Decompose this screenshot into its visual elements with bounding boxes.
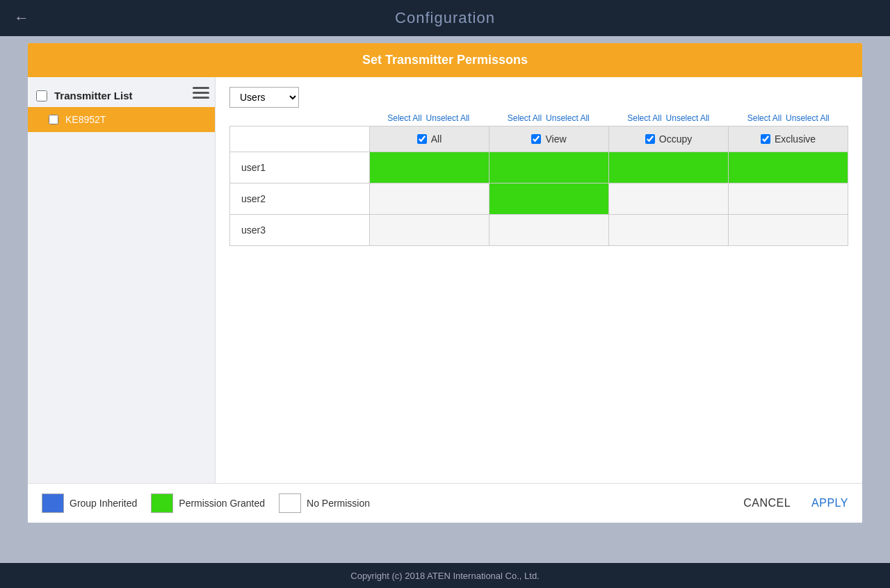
perm-cell-user1-view[interactable] bbox=[489, 152, 608, 183]
col-exclusive-label: Exclusive bbox=[775, 133, 816, 145]
table-row: user3 bbox=[230, 214, 848, 245]
col-occupy-select-group: Select All Unselect All bbox=[608, 113, 729, 123]
footer-buttons: CANCEL APPLY bbox=[743, 497, 848, 509]
dialog-footer: Group Inherited Permission Granted No Pe… bbox=[28, 483, 862, 523]
username-cell-user2: user2 bbox=[230, 183, 369, 214]
perm-cell-user1-occupy[interactable] bbox=[608, 152, 728, 183]
col-view-label: View bbox=[545, 133, 566, 145]
col-occupy-checkbox[interactable] bbox=[645, 134, 655, 144]
legend-label-no-permission: No Permission bbox=[307, 498, 370, 509]
legend-group-inherited: Group Inherited bbox=[42, 493, 137, 513]
apply-button[interactable]: APPLY bbox=[811, 497, 848, 509]
table-row: user2 bbox=[230, 183, 848, 214]
copyright-text: Copyright (c) 2018 ATEN International Co… bbox=[350, 571, 539, 581]
back-button[interactable]: ← bbox=[14, 9, 29, 27]
col-all-select-all[interactable]: Select All bbox=[387, 113, 421, 123]
controls-row: Users Groups bbox=[229, 87, 848, 108]
page-title: Configuration bbox=[395, 9, 495, 27]
col-occupy-label: Occupy bbox=[659, 133, 692, 145]
legend-label-permission-granted: Permission Granted bbox=[179, 498, 265, 509]
col-exclusive-select-group: Select All Unselect All bbox=[729, 113, 849, 123]
main-area: Set Transmitter Permissons Transmitter L… bbox=[0, 36, 890, 563]
legend-label-group-inherited: Group Inherited bbox=[70, 498, 137, 509]
perm-cell-user2-view[interactable] bbox=[489, 183, 608, 214]
perm-col-header-all: All bbox=[369, 126, 489, 152]
col-occupy-select-all[interactable]: Select All bbox=[627, 113, 661, 123]
dialog-panel: Set Transmitter Permissons Transmitter L… bbox=[28, 43, 862, 523]
sidebar-item-ke8952t[interactable]: KE8952T bbox=[28, 107, 215, 132]
col-occupy-unselect-all[interactable]: Unselect All bbox=[666, 113, 710, 123]
page-footer: Copyright (c) 2018 ATEN International Co… bbox=[0, 563, 890, 588]
legend-no-permission: No Permission bbox=[279, 493, 370, 513]
col-view-select-all[interactable]: Select All bbox=[508, 113, 542, 123]
perm-cell-user3-exclusive[interactable] bbox=[728, 215, 848, 245]
legend-swatch-empty bbox=[279, 493, 301, 513]
sidebar: Transmitter List KE8952T bbox=[28, 77, 216, 483]
perm-header-row: All View Occupy Exclusive bbox=[230, 126, 848, 152]
col-view-checkbox[interactable] bbox=[531, 134, 541, 144]
dialog-header: Set Transmitter Permissons bbox=[28, 43, 862, 77]
sidebar-item-label: KE8952T bbox=[65, 114, 106, 125]
dialog-title: Set Transmitter Permissons bbox=[362, 53, 528, 67]
legend-swatch-blue bbox=[42, 493, 64, 513]
transmitter-list-label: Transmitter List bbox=[54, 90, 133, 101]
perm-cell-user2-exclusive[interactable] bbox=[728, 183, 848, 214]
perm-cell-user2-all[interactable] bbox=[369, 183, 489, 214]
col-all-select-group: Select All Unselect All bbox=[369, 113, 489, 123]
col-all-unselect-all[interactable]: Unselect All bbox=[426, 113, 470, 123]
perm-cell-user2-occupy[interactable] bbox=[608, 183, 728, 214]
select-unselect-row: Select All Unselect All Select All Unsel… bbox=[369, 113, 848, 123]
col-exclusive-unselect-all[interactable]: Unselect All bbox=[786, 113, 830, 123]
perm-col-header-exclusive: Exclusive bbox=[728, 126, 848, 152]
content-panel: Users Groups Select All Unselect All Sel… bbox=[216, 77, 862, 483]
perm-cell-user3-all[interactable] bbox=[369, 215, 489, 245]
col-all-label: All bbox=[431, 133, 442, 145]
user-group-dropdown[interactable]: Users Groups bbox=[229, 87, 299, 108]
dialog-body: Transmitter List KE8952T U bbox=[28, 77, 862, 483]
transmitter-list-select-all-checkbox[interactable] bbox=[36, 90, 47, 101]
cancel-button[interactable]: CANCEL bbox=[743, 497, 791, 509]
permission-grid: All View Occupy Exclusive bbox=[229, 126, 848, 246]
sidebar-item-checkbox[interactable] bbox=[49, 115, 58, 124]
perm-cell-user1-exclusive[interactable] bbox=[728, 152, 848, 183]
col-exclusive-checkbox[interactable] bbox=[761, 134, 770, 144]
perm-cell-user3-view[interactable] bbox=[489, 215, 608, 245]
username-cell-user3: user3 bbox=[230, 215, 369, 245]
perm-cell-user3-occupy[interactable] bbox=[608, 215, 728, 245]
username-cell-user1: user1 bbox=[230, 152, 369, 183]
perm-col-header-occupy: Occupy bbox=[608, 126, 728, 152]
perm-user-header bbox=[230, 126, 369, 152]
legend-swatch-green bbox=[151, 493, 173, 513]
col-exclusive-select-all[interactable]: Select All bbox=[747, 113, 782, 123]
col-view-unselect-all[interactable]: Unselect All bbox=[546, 113, 590, 123]
perm-cell-user1-all[interactable] bbox=[369, 152, 489, 183]
perm-col-header-view: View bbox=[489, 126, 608, 152]
top-bar: ← Configuration bbox=[0, 0, 890, 36]
col-all-checkbox[interactable] bbox=[417, 134, 427, 144]
col-view-select-group: Select All Unselect All bbox=[489, 113, 609, 123]
legend-permission-granted: Permission Granted bbox=[151, 493, 265, 513]
table-row: user1 bbox=[230, 152, 848, 183]
sidebar-menu-icon[interactable] bbox=[187, 87, 209, 99]
